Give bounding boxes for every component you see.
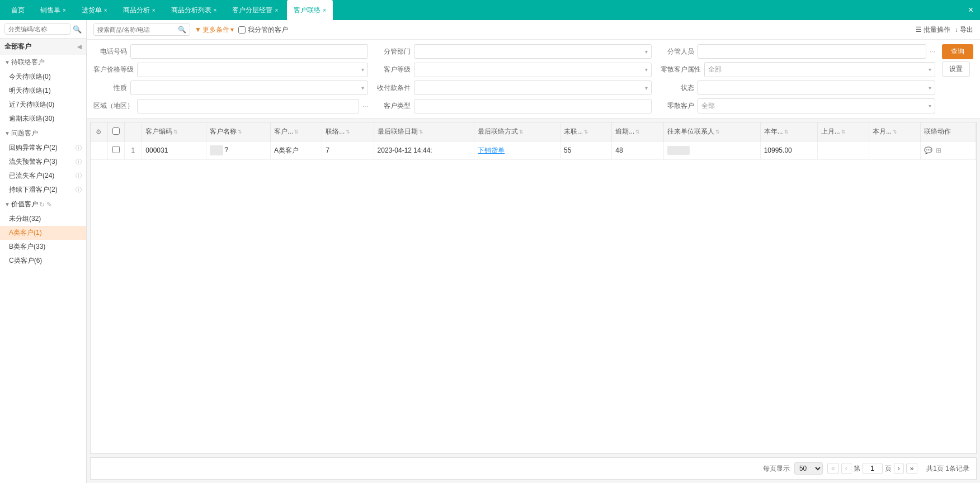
close-all-tabs[interactable]: × [968,5,973,15]
close-product-analysis-tab[interactable]: × [152,7,156,13]
next-page-btn[interactable]: › [894,463,904,474]
nav-home[interactable]: 首页 [4,0,31,20]
export-button[interactable]: ↓ 导出 [955,25,973,35]
th-last-method[interactable]: 最后联络方式⇅ [474,122,560,141]
th-name[interactable]: 客户名称⇅ [206,122,271,141]
pending-contact-group[interactable]: ▼ 待联络客户 [0,55,86,70]
sort-icon: ⇅ [784,129,789,135]
td-unit-contact [663,141,760,160]
filter-retail-attr: 零散客户属性 全部 ▾ [661,62,935,77]
td-action: 💬 ⊞ [921,141,976,160]
payment-select[interactable]: ▾ [414,80,652,95]
setting-button[interactable]: 设置 [942,61,970,77]
main-wrapper: 🔍 全部客户 ◀ ▼ 待联络客户 今天待联络(0) 明天待联络(1) 近7天待联… [0,20,980,483]
nav-customer-segment[interactable]: 客户分层经营 × [225,0,285,20]
my-customers-checkbox[interactable] [238,26,246,34]
filter-manager: 分管人员 ··· [661,44,935,59]
close-purchase-tab[interactable]: × [104,7,107,13]
batch-op-button[interactable]: ☰ 批量操作 [916,25,950,35]
manager-input[interactable] [698,44,926,59]
select-all-checkbox[interactable] [112,127,120,135]
td-this-month [869,141,920,160]
info-icon: ⓘ [76,158,82,166]
last-method-link[interactable]: 下销货单 [478,146,505,154]
filter-payment: 收付款条件 ▾ [377,80,652,95]
sidebar-item-tomorrow[interactable]: 明天待联络(1) [0,84,86,98]
close-customer-segment-tab[interactable]: × [275,7,278,13]
first-page-btn[interactable]: « [827,463,839,474]
filter-price-level: 客户价格等级 ▾ [93,63,368,77]
region-input[interactable] [137,99,359,113]
sidebar-search-input[interactable] [4,23,70,35]
customer-level-select[interactable]: ▾ [414,63,652,77]
td-contact-count: 7 [322,141,374,160]
customer-type-input[interactable] [414,99,652,113]
th-contact[interactable]: 联络...⇅ [322,122,374,141]
sidebar-item-churn-warning[interactable]: 流失预警客户(3) ⓘ [0,155,86,169]
td-last-month [817,141,869,160]
page-size-select[interactable]: 50 100 200 [794,462,823,475]
th-gear[interactable]: ⚙ [91,122,107,141]
my-customers-filter[interactable]: 我分管的客户 [238,25,288,35]
filter-search-input[interactable] [97,26,176,33]
nature-select[interactable]: ▾ [130,80,368,95]
message-icon[interactable]: 💬 [924,146,932,154]
th-checkbox[interactable] [107,122,124,141]
sort-icon: ⇅ [893,129,897,135]
last-page-btn[interactable]: » [906,463,918,474]
sidebar-item-a-class[interactable]: A类客户(1) [0,226,86,240]
sidebar-item-churned[interactable]: 已流失客户(24) ⓘ [0,169,86,183]
td-checkbox[interactable] [107,141,124,160]
retail-customer-select[interactable]: 全部 ▾ [698,98,935,113]
problem-customers-group[interactable]: ▼ 问题客户 [0,126,86,141]
status-select[interactable]: ▾ [698,80,935,95]
th-no-contact[interactable]: 未联...⇅ [560,122,612,141]
sidebar-item-c-class[interactable]: C类客户(6) [0,254,86,268]
nav-product-analysis[interactable]: 商品分析 × [116,0,162,20]
more-conditions-btn[interactable]: ▼ 更多条件 ▾ [195,25,234,35]
advanced-filter: 电话号码 分管部门 ▾ 分管人员 ··· [87,40,980,119]
phone-input[interactable] [130,44,368,59]
nav-purchase[interactable]: 进货单 × [75,0,114,20]
close-sales-tab[interactable]: × [63,7,66,13]
price-level-down-icon: ▾ [361,67,364,73]
retail-attr-select[interactable]: 全部 ▾ [704,62,935,77]
info-icon: ⓘ [76,186,82,194]
region-dots[interactable]: ··· [362,102,368,110]
query-button[interactable]: 查询 [942,44,973,59]
close-product-list-tab[interactable]: × [214,7,217,13]
department-select[interactable]: ▾ [414,44,652,59]
all-customers-header[interactable]: 全部客户 ◀ [0,39,86,55]
sidebar-item-b-class[interactable]: B类客户(33) [0,240,86,254]
filter-search-icon[interactable]: 🔍 [178,26,186,34]
th-overdue[interactable]: 逾期...⇅ [612,122,663,141]
close-customer-contact-tab[interactable]: × [323,7,326,13]
prev-page-btn[interactable]: ‹ [841,463,851,474]
th-last-month[interactable]: 上月...⇅ [817,122,869,141]
price-level-select[interactable]: ▾ [137,63,368,77]
th-type[interactable]: 客户...⇅ [271,122,322,141]
sidebar-item-7days[interactable]: 近7天待联络(0) [0,98,86,112]
sidebar-item-unclassified[interactable]: 未分组(32) [0,212,86,226]
sidebar-search-icon[interactable]: 🔍 [73,25,82,34]
nav-sales[interactable]: 销售单 × [34,0,73,20]
manager-dots[interactable]: ··· [930,48,935,55]
refresh-icon[interactable]: ↻ [39,201,45,209]
nav-product-list[interactable]: 商品分析列表 × [164,0,224,20]
edit-icon[interactable]: ✎ [46,201,52,209]
sidebar-item-repurchase-abnormal[interactable]: 回购异常客户(2) ⓘ [0,141,86,155]
department-down-icon: ▾ [645,49,648,55]
th-this-year[interactable]: 本年...⇅ [760,122,817,141]
th-code[interactable]: 客户编码⇅ [142,122,206,141]
sidebar-item-today[interactable]: 今天待联络(0) [0,70,86,84]
row-checkbox[interactable] [112,146,120,153]
th-unit-contact[interactable]: 往来单位联系人⇅ [663,122,760,141]
th-last-date[interactable]: 最后联络日期⇅ [374,122,474,141]
qr-icon[interactable]: ⊞ [936,146,941,154]
value-customers-group[interactable]: ▼ 价值客户 ↻ ✎ [0,197,86,212]
sidebar-item-declining[interactable]: 持续下滑客户(2) ⓘ [0,183,86,197]
page-number-input[interactable] [863,463,883,474]
nav-customer-contact[interactable]: 客户联络 × [287,0,333,20]
th-this-month[interactable]: 本月...⇅ [869,122,920,141]
sidebar-item-overdue[interactable]: 逾期未联络(30) [0,112,86,126]
